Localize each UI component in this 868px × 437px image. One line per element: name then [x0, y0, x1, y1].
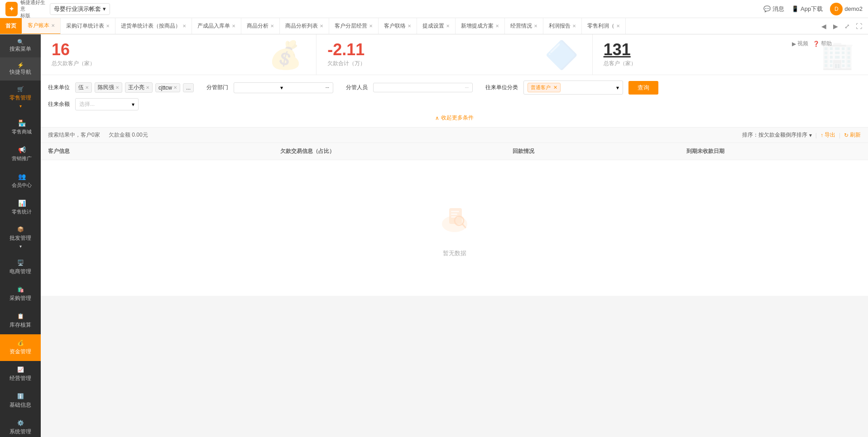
app-download-button[interactable]: 📱 App下载: [791, 5, 823, 13]
table-header-col-3: 回款情况: [513, 147, 687, 155]
tab-close-ti-settings[interactable]: ✕: [446, 24, 450, 28]
tab-close-purchase-stats[interactable]: ✕: [182, 24, 186, 28]
sidebar: 🔍 搜索菜单 ⚡ 快捷导航 🛒 零售管理 ▾ 🏪 零售商城 📢 营销推广 👥 会…: [0, 34, 41, 437]
chevron-down-icon-balance: ▾: [132, 101, 134, 108]
sidebar-item-retail-mgmt[interactable]: 🛒 零售管理 ▾: [0, 81, 41, 114]
stat-total-customers: 🏢 131 总客户（家） ▶ 视频 ❓ 帮助: [593, 34, 868, 75]
sidebar-item-purchase-mgmt[interactable]: 🛍️ 采购管理: [0, 281, 41, 308]
tab-close-purchase-orders[interactable]: ✕: [106, 24, 110, 28]
filter-tag-close-0[interactable]: ✕: [85, 85, 89, 90]
sidebar-item-marketing[interactable]: 📢 营销推广: [0, 141, 41, 167]
help-link[interactable]: ❓ 帮助: [813, 40, 832, 48]
tab-close-customer-tier[interactable]: ✕: [369, 24, 373, 28]
sidebar-item-wholesale-mgmt[interactable]: 📦 批发管理 ▾: [0, 221, 41, 254]
filter-tag-close-3[interactable]: ✕: [173, 85, 177, 90]
refresh-button[interactable]: ↻ 刷新: [844, 131, 861, 139]
tab-next-button[interactable]: ▶: [830, 21, 841, 32]
retail-mall-icon: 🏪: [18, 119, 26, 127]
sidebar-item-ecommerce-mgmt[interactable]: 🖥️ 电商管理: [0, 254, 41, 281]
tab-retail-profit[interactable]: 零售利润（ ✕: [582, 18, 626, 34]
tab-ti-settings[interactable]: 提成设置 ✕: [417, 18, 456, 34]
sidebar-item-finance-mgmt[interactable]: 💰 资金管理: [0, 334, 41, 361]
tab-accounts[interactable]: 客户账本 ✕: [22, 18, 61, 34]
wholesale-mgmt-icon: 📦: [17, 226, 24, 233]
dept-filter-label: 分管部门: [206, 84, 228, 91]
sort-select[interactable]: 排序：按欠款金额倒序排序 ▾: [742, 131, 812, 139]
data-table: 客户信息 欠款交易信息（占比） 回款情况 到期未收款日期: [41, 143, 868, 296]
tab-cost-inbound[interactable]: 产成品入库单 ✕: [192, 18, 241, 34]
logo-icon: ✦: [5, 2, 18, 16]
sidebar-item-sys-mgmt[interactable]: ⚙️ 系统管理: [0, 414, 41, 437]
unit-type-filter-input[interactable]: 普通客户 ✕ ▾: [523, 81, 623, 95]
filter-section: 往来单位 伍 ✕ 陈民强 ✕ 王小亮 ✕ cjttcw: [41, 75, 868, 128]
dept-filter-input[interactable]: ▾ ···: [234, 82, 333, 93]
tab-new-method[interactable]: 新增提成方案 ✕: [456, 18, 505, 34]
sidebar-item-search[interactable]: 🔍 搜索菜单: [0, 34, 41, 57]
tab-customer-link[interactable]: 客户联络 ✕: [379, 18, 417, 34]
sidebar-item-quick-nav[interactable]: ⚡ 快捷导航: [0, 57, 41, 81]
filter-tag-close-1[interactable]: ✕: [115, 85, 119, 90]
balance-filter-input[interactable]: 选择... ▾: [75, 98, 139, 110]
tab-customer-tier[interactable]: 客户分层经营 ✕: [329, 18, 379, 34]
sidebar-item-ops-mgmt[interactable]: 📈 经营管理: [0, 361, 41, 388]
purchase-mgmt-icon: 🛍️: [17, 286, 24, 293]
tab-close-profit-report[interactable]: ✕: [572, 24, 576, 28]
sidebar-item-stock-check[interactable]: 📋 库存核算: [0, 308, 41, 334]
sidebar-item-basic-info[interactable]: ℹ️ 基础信息: [0, 388, 41, 414]
content-area: 💰 16 总欠款客户（家） 🔷 -2.11 欠款合计（万） 🏢 131 总客户（…: [41, 34, 868, 437]
tab-close-new-method[interactable]: ✕: [495, 24, 499, 28]
tab-close-goods-analysis-list[interactable]: ✕: [320, 24, 323, 28]
sidebar-item-retail-mall[interactable]: 🏪 零售商城: [0, 114, 41, 141]
user-menu[interactable]: D demo2: [830, 3, 863, 15]
tab-close-accounts[interactable]: ✕: [51, 23, 55, 28]
filter-row-1: 往来单位 伍 ✕ 陈民强 ✕ 王小亮 ✕ cjttcw: [48, 81, 861, 95]
total-customers-value: 131: [604, 42, 636, 58]
unit-type-filter-label: 往来单位分类: [485, 84, 518, 91]
tab-close-goods-analysis[interactable]: ✕: [270, 24, 274, 28]
table-header-col-4: 到期未收款日期: [686, 147, 861, 155]
tab-profit-report[interactable]: 利润报告 ✕: [543, 18, 582, 34]
tab-expand-button[interactable]: ⤢: [842, 21, 853, 32]
tab-close-operations[interactable]: ✕: [534, 24, 537, 28]
tab-close-cost-inbound[interactable]: ✕: [232, 24, 235, 28]
quick-nav-icon: ⚡: [4, 62, 37, 68]
ellipsis-icon-person: ···: [465, 85, 469, 90]
stat-overdue-customers: 💰 16 总欠款客户（家）: [41, 34, 317, 75]
sidebar-item-member-center[interactable]: 👥 会员中心: [0, 167, 41, 194]
basic-info-icon: ℹ️: [17, 393, 24, 399]
tab-prev-button[interactable]: ◀: [818, 21, 829, 32]
filter-tag-close-2[interactable]: ✕: [146, 85, 149, 90]
collapse-button[interactable]: ∧ 收起更多条件: [48, 114, 861, 122]
search-icon: 🔍: [4, 39, 37, 45]
tab-fullscreen-button[interactable]: ⛶: [854, 21, 864, 32]
svg-rect-3: [451, 214, 457, 215]
stock-check-icon: 📋: [17, 313, 24, 319]
tab-home[interactable]: 首页: [0, 18, 22, 34]
chevron-icon: ▾: [19, 104, 22, 109]
balance-filter-label: 往来余额: [48, 100, 70, 108]
tab-goods-analysis-list[interactable]: 商品分析列表 ✕: [280, 18, 329, 34]
ellipsis-icon-dept: ···: [326, 85, 329, 90]
message-button[interactable]: 💬 消息: [763, 5, 784, 13]
member-center-icon: 👥: [18, 173, 26, 180]
marketing-icon: 📢: [18, 146, 26, 153]
tab-operations[interactable]: 经营情况 ✕: [505, 18, 543, 34]
tab-close-retail-profit[interactable]: ✕: [616, 24, 620, 28]
person-filter-input[interactable]: ···: [373, 83, 473, 92]
overdue-amount-label: 欠款合计（万）: [327, 60, 365, 67]
logo-area: ✦ 畅捷通好生意 标版: [5, 0, 46, 19]
tab-close-customer-link[interactable]: ✕: [408, 24, 411, 28]
table-header-col-2: 欠款交易信息（占比）: [280, 147, 513, 155]
tab-purchase-orders[interactable]: 采购订单统计表 ✕: [61, 18, 115, 34]
tab-goods-analysis[interactable]: 商品分析 ✕: [241, 18, 280, 34]
video-link[interactable]: ▶ 视频: [792, 40, 808, 48]
query-button[interactable]: 查询: [628, 81, 658, 95]
tab-purchase-stats[interactable]: 进货单统计表（按商品） ✕: [115, 18, 192, 34]
ops-mgmt-icon: 📈: [17, 366, 24, 373]
customer-type-tag-close[interactable]: ✕: [553, 85, 557, 90]
sidebar-item-retail-stats[interactable]: 📊 零售统计: [0, 194, 41, 221]
filter-tag-more[interactable]: ...: [183, 83, 194, 92]
export-button[interactable]: ↑ 导出: [820, 131, 835, 139]
chevron-icon: ▾: [19, 244, 22, 249]
account-selector[interactable]: 母婴行业演示帐套 ▾: [50, 3, 110, 15]
